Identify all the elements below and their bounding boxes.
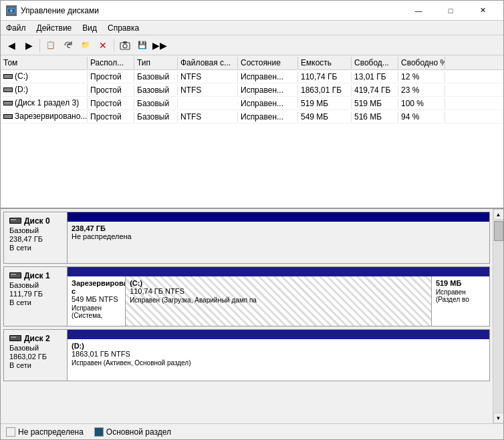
legend-unallocated: Не распределена (6, 427, 84, 437)
menu-help[interactable]: Справка (102, 22, 144, 34)
refresh-button[interactable] (60, 37, 76, 53)
svg-rect-9 (4, 88, 12, 91)
table-row[interactable]: (C:) Простой Базовый NTFS Исправен... 11… (1, 70, 503, 83)
part-status: Исправен (Загрузка, Аварийный дамп па (130, 296, 427, 304)
svg-rect-5 (123, 41, 127, 43)
disk-1-partitions: Зарезервировано с 549 МБ NTFS Исправен (… (68, 267, 489, 326)
cell-freepct: 94 % (398, 112, 445, 122)
legend-primary-label: Основной раздел (106, 427, 171, 437)
title-bar: Управление дисками — □ ✕ (1, 1, 503, 21)
disk-0-type: Базовый (9, 226, 61, 234)
cell-freepct: 23 % (398, 85, 445, 95)
part-status: Исправен (Активен, Основной раздел) (72, 359, 485, 367)
cell-type: Базовый (134, 98, 178, 109)
cell-layout: Простой (88, 85, 134, 95)
delete-button[interactable]: ✕ (95, 37, 111, 53)
menu-file[interactable]: Файл (1, 22, 31, 34)
scroll-track[interactable] (493, 220, 503, 413)
window-title: Управление дисками (21, 6, 99, 15)
part-title: 519 МБ (436, 279, 485, 287)
folder-button[interactable]: 📁 (78, 37, 94, 53)
part-status: Исправен (Система, (72, 304, 121, 319)
back-button[interactable]: ◀ (3, 37, 19, 53)
col-capacity[interactable]: Емкость (298, 57, 352, 69)
scroll-up-arrow[interactable]: ▲ (493, 209, 504, 220)
disk-0-title: Диск 0 (9, 216, 61, 226)
separator-2 (114, 39, 114, 52)
maximize-button[interactable]: □ (435, 1, 466, 21)
cell-status: Исправен... (238, 85, 298, 95)
col-free[interactable]: Свобод... (352, 57, 398, 69)
partition-block[interactable]: Зарезервировано с 549 МБ NTFS Исправен (… (68, 276, 126, 326)
legend-primary: Основной раздел (94, 427, 171, 437)
svg-point-4 (123, 44, 127, 48)
legend-bar: Не распределена Основной раздел (1, 423, 503, 439)
cell-free: 519 МБ (352, 98, 398, 109)
app-icon (6, 5, 17, 16)
scroll-thumb[interactable] (494, 221, 503, 241)
window-controls: — □ ✕ (403, 1, 498, 21)
disk-0-status: В сети (9, 244, 61, 252)
save-button[interactable]: 💾 (134, 37, 150, 53)
cell-volume: (C:) (1, 71, 88, 82)
cell-cap: 1863,01 ГБ (298, 85, 352, 95)
part-title: (C:) (130, 279, 427, 287)
part-sub: Не распределена (72, 232, 485, 240)
part-sub: 1863,01 ГБ NTFS (72, 350, 485, 358)
disk-0-size: 238,47 ГБ (9, 235, 61, 243)
table-row[interactable]: Зарезервировано... Простой Базовый NTFS … (1, 110, 503, 124)
col-freepct[interactable]: Свободно % (398, 57, 445, 69)
legend-unalloc-label: Не распределена (18, 427, 84, 437)
disk-1-title: Диск 1 (9, 271, 61, 280)
col-status[interactable]: Состояние (238, 57, 298, 69)
partition-block[interactable]: 519 МБ Исправен (Раздел во (432, 276, 489, 326)
cell-type: Базовый (134, 71, 178, 82)
scroll-down-arrow[interactable]: ▼ (493, 413, 504, 423)
cell-fs: NTFS (178, 71, 238, 82)
disk-row-2: Диск 2 Базовый 1863,02 ГБ В сети (D:) 18… (3, 329, 490, 381)
cell-layout: Простой (88, 112, 134, 122)
partition-block[interactable]: (D:) 1863,01 ГБ NTFS Исправен (Активен, … (68, 339, 489, 381)
disk-0-topbar (68, 212, 489, 222)
cell-status: Исправен... (238, 112, 298, 122)
run-button[interactable]: ▶▶ (152, 37, 168, 53)
svg-rect-11 (4, 101, 12, 105)
main-area: Том Распол... Тип Файловая с... Состояни… (1, 55, 503, 439)
menu-view[interactable]: Вид (77, 22, 102, 34)
legend-unalloc-box (6, 427, 15, 437)
cell-cap: 519 МБ (298, 98, 352, 109)
cell-freepct: 12 % (398, 71, 445, 82)
disk-0-part-container: 238,47 ГБ Не распределена (68, 222, 489, 263)
part-title: Зарезервировано с (72, 279, 121, 295)
part-title: 238,47 ГБ (72, 224, 485, 232)
disk-1-status: В сети (9, 298, 61, 306)
partition-block[interactable]: (C:) 110,74 ГБ NTFS Исправен (Загрузка, … (126, 276, 432, 326)
disk-2-type: Базовый (9, 344, 61, 352)
table-row[interactable]: (D:) Простой Базовый NTFS Исправен... 18… (1, 83, 503, 97)
col-volume[interactable]: Том (1, 57, 88, 69)
col-filesystem[interactable]: Файловая с... (178, 57, 238, 69)
disk-2-topbar (68, 330, 489, 339)
svg-rect-7 (4, 75, 12, 78)
minimize-button[interactable]: — (403, 1, 434, 21)
col-type[interactable]: Тип (134, 57, 178, 69)
col-layout[interactable]: Распол... (88, 57, 134, 69)
part-sub: 110,74 ГБ NTFS (130, 287, 427, 295)
cell-volume: (D:) (1, 84, 88, 95)
partition-block[interactable]: 238,47 ГБ Не распределена (68, 222, 489, 263)
table-row[interactable]: (Диск 1 раздел 3) Простой Базовый Исправ… (1, 97, 503, 110)
forward-button[interactable]: ▶ (21, 37, 37, 53)
camera-button[interactable] (117, 37, 133, 53)
disk-1-size: 111,79 ГБ (9, 290, 61, 298)
disk-1-topbar (68, 267, 489, 276)
separator-1 (39, 39, 40, 52)
table-header: Том Распол... Тип Файловая с... Состояни… (1, 55, 503, 70)
table-body: (C:) Простой Базовый NTFS Исправен... 11… (1, 70, 503, 208)
properties-button[interactable]: 📋 (43, 37, 59, 53)
svg-point-2 (10, 9, 13, 12)
cell-fs (178, 103, 238, 104)
disk-1-part-container: Зарезервировано с 549 МБ NTFS Исправен (… (68, 276, 489, 326)
title-bar-left: Управление дисками (6, 5, 99, 16)
close-button[interactable]: ✕ (467, 1, 498, 21)
menu-action[interactable]: Действие (31, 22, 78, 34)
